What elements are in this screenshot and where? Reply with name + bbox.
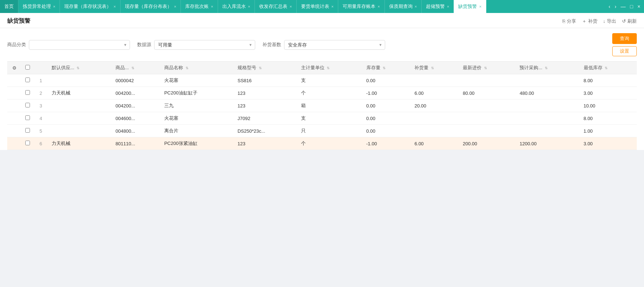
replenish-icon: ＋ [582,18,587,25]
row-checkbox-0[interactable] [25,78,30,82]
col-name[interactable]: 商品名称 ⇅ [161,62,234,74]
row-stock-4: 0.00 [363,125,411,137]
col-est-purchase[interactable]: 预计采购... ⇅ [516,62,580,74]
row-name-0: 火花塞 [161,74,234,87]
row-checkbox-cell-1[interactable] [22,87,34,100]
row-est-purchase-0 [516,74,580,87]
tab-expiry-close[interactable]: × [415,4,417,9]
row-code-4: 004800... [112,125,161,137]
replenish-base-select-wrapper: 安全库存 [284,40,385,50]
row-replenish-0 [411,74,459,87]
col-replenish[interactable]: 补货量 ⇅ [411,62,459,74]
row-spec-5: 123 [234,137,297,150]
tab-batch-account-close[interactable]: × [211,4,213,9]
row-checkbox-cell-4[interactable] [22,125,34,137]
tab-expiry[interactable]: 保质期查询 × [385,0,422,13]
row-checkbox-1[interactable] [25,90,30,95]
row-num-2: 3 [34,100,48,112]
row-spec-0: SS816 [234,74,297,87]
window-minimize-button[interactable]: — [618,2,628,11]
tab-home[interactable]: 首页 [0,0,18,13]
tab-receive-summary-close[interactable]: × [290,4,292,9]
tab-available-ledger-label: 可用量库存账本 [343,3,375,10]
row-min-stock-2: 10.00 [580,100,637,112]
tab-inventory-dist-close[interactable]: × [174,4,176,9]
col-gear[interactable]: ⚙ [7,62,22,74]
row-checkbox-2[interactable] [25,103,30,107]
row-checkbox-4[interactable] [25,128,30,133]
row-code-0: 0000042 [112,74,161,87]
sort-name-icon: ⇅ [186,66,188,70]
row-est-purchase-1: 480.00 [516,87,580,100]
refresh-button[interactable]: ↺ 刷新 [622,18,637,25]
tab-flow[interactable]: 出入库流水 × [218,0,255,13]
row-checkbox-cell-2[interactable] [22,100,34,112]
setting-button[interactable]: 设置 [612,46,637,56]
row-gear-3 [7,112,22,125]
replenish-label: 补货 [588,18,597,25]
tab-next-button[interactable]: › [613,2,619,11]
tab-receive-summary-label: 收发存汇总表 [259,3,287,10]
row-checkbox-cell-0[interactable] [22,74,34,87]
row-min-stock-3: 8.00 [580,112,637,125]
tab-shortage[interactable]: 缺货预警 × [454,0,486,13]
tab-inventory-status-close[interactable]: × [113,4,116,9]
tab-expiry-label: 保质期查询 [389,3,413,10]
row-latest-price-2 [459,100,516,112]
tab-available-ledger[interactable]: 可用量库存账本 × [338,0,384,13]
category-select[interactable] [29,40,130,50]
tab-abnormal[interactable]: 拣货异常处理 × [18,0,60,13]
select-all-checkbox[interactable] [25,65,30,70]
datasource-select[interactable]: 可用量 [154,40,255,50]
row-checkbox-cell-3[interactable] [22,112,34,125]
col-spec[interactable]: 规格型号 ⇅ [234,62,297,74]
tab-order-stats-close[interactable]: × [331,4,334,9]
col-min-stock[interactable]: 最低库存 ⇅ [580,62,637,74]
row-min-stock-5: 3.00 [580,137,637,150]
col-num [34,62,48,74]
row-spec-3: J7092 [234,112,297,125]
tab-overstock[interactable]: 超储预警 × [422,0,454,13]
tab-available-ledger-close[interactable]: × [378,4,380,9]
row-checkbox-5[interactable] [25,141,30,145]
col-code[interactable]: 商品... ⇅ [112,62,161,74]
replenish-button[interactable]: ＋ 补货 [582,18,597,25]
sort-supplier-icon: ⇅ [77,66,79,70]
col-unit[interactable]: 主计量单位 ⇅ [297,62,363,74]
window-maximize-button[interactable]: □ [628,2,635,11]
share-button[interactable]: ⎘ 分享 [562,18,576,25]
gear-icon: ⚙ [12,65,17,71]
tab-inventory-status[interactable]: 现存量（库存状况表） × [60,0,120,13]
tab-abnormal-close[interactable]: × [53,4,55,9]
tab-receive-summary[interactable]: 收发存汇总表 × [255,0,296,13]
tab-order-stats[interactable]: 要货单统计表 × [297,0,338,13]
tab-flow-close[interactable]: × [248,4,250,9]
tab-batch-account[interactable]: 库存批次账 × [181,0,218,13]
row-replenish-4 [411,125,459,137]
query-button[interactable]: 查询 [612,33,637,44]
tab-inventory-status-label: 现存量（库存状况表） [64,3,111,10]
row-unit-3: 支 [297,112,363,125]
col-checkbox[interactable] [22,62,34,74]
tab-prev-button[interactable]: ‹ [606,2,613,11]
replenish-base-label: 补货基数 [262,41,281,48]
row-checkbox-3[interactable] [25,115,30,120]
row-num-1: 2 [34,87,48,100]
tab-order-stats-label: 要货单统计表 [301,3,329,10]
row-checkbox-cell-5[interactable] [22,137,34,150]
table-row: 2 力天机械 004200... PC200油缸缸子 123 个 -1.00 6… [7,87,637,100]
col-latest-price[interactable]: 最新进价 ⇅ [459,62,516,74]
tab-inventory-dist[interactable]: 现存量（库存分布表） × [121,0,181,13]
col-replenish-label: 补货量 [414,65,428,70]
datasource-label: 数据源 [137,41,151,48]
col-supplier[interactable]: 默认供应... ⇅ [48,62,112,74]
datasource-select-wrapper: 可用量 [154,40,255,50]
tab-shortage-close[interactable]: × [479,4,481,9]
row-stock-3: 0.00 [363,112,411,125]
window-close-button[interactable]: × [635,2,643,11]
col-spec-label: 规格型号 [238,65,256,70]
export-button[interactable]: ↓ 导出 [603,18,617,25]
col-stock[interactable]: 库存量 ⇅ [363,62,411,74]
replenish-base-select[interactable]: 安全库存 [284,40,385,50]
tab-overstock-close[interactable]: × [447,4,449,9]
